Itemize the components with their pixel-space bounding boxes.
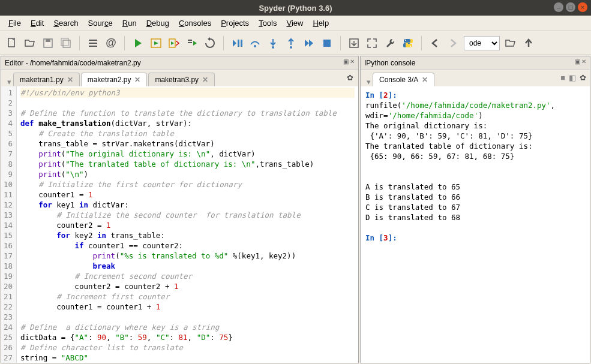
svg-rect-4 [63,40,70,47]
menu-projects[interactable]: Projects [217,17,253,29]
close-button[interactable]: × [578,2,587,12]
run-cell-icon[interactable] [149,36,163,50]
forward-icon[interactable] [446,36,460,50]
menu-debug[interactable]: Debug [143,17,173,29]
line-numbers: 1 2 3 4 5 6 7 8 9 10 11 12 13 14 15 16 1… [1,86,17,363]
run-selection-icon[interactable] [185,36,199,50]
tab-label: maketran3.py [155,76,199,84]
tab-list-icon[interactable]: ▾ [364,77,373,86]
tab-maketran1[interactable]: maketran1.py✕ [13,73,80,86]
pane-close-icon[interactable]: ✕ [581,58,586,65]
svg-point-22 [410,46,411,47]
python-icon[interactable] [401,36,415,50]
list-icon[interactable] [86,36,100,50]
window-title: Spyder (Python 3.6) [259,4,332,13]
wrench-icon[interactable] [383,36,397,50]
editor-title: Editor - /home/fahmida/code/maketran2.py [5,59,141,67]
minimize-button[interactable]: – [554,2,563,12]
run-cell-advance-icon[interactable] [167,36,181,50]
save-icon[interactable] [41,36,55,50]
tab-close-icon[interactable]: ✕ [422,76,428,84]
svg-rect-3 [61,38,68,46]
pane-undock-icon[interactable]: ▣ [575,58,580,65]
menu-search[interactable]: Search [50,17,82,29]
open-file-icon[interactable] [23,36,37,50]
console-tabbar: ▾ Console 3/A✕ ■ ◧ ✿ [361,70,590,86]
menu-tools[interactable]: Tools [255,17,280,29]
tab-list-icon[interactable]: ▾ [5,77,13,86]
console-title: IPython console [364,59,415,67]
step-out-icon[interactable] [284,36,298,50]
menu-view[interactable]: View [283,17,307,29]
menubar: FileEditSearchSourceRunDebugConsolesProj… [0,16,591,31]
step-into-icon[interactable] [266,36,280,50]
console-tab[interactable]: Console 3/A✕ [373,73,434,86]
pane-close-icon[interactable]: ✕ [350,58,355,65]
console-title-bar: IPython console ▣✕ [361,56,590,70]
svg-rect-13 [241,40,242,47]
run-icon[interactable] [131,36,145,50]
editor-options-icon[interactable]: ✿ [347,73,353,82]
tab-label: Console 3/A [379,76,418,84]
rerun-icon[interactable] [203,36,217,50]
save-all-icon[interactable] [59,36,73,50]
clear-icon[interactable]: ◧ [569,73,576,82]
tab-maketran2[interactable]: maketran2.py✕ [81,73,148,86]
menu-sour[interactable]: Source [85,17,116,29]
import-icon[interactable] [347,36,361,50]
editor-tabbar: ▾ maketran1.py✕ maketran2.py✕ maketran3.… [1,70,358,86]
interrupt-icon[interactable]: ■ [560,73,565,82]
svg-rect-19 [323,40,331,47]
menu-edit[interactable]: Edit [27,17,47,29]
titlebar: Spyder (Python 3.6) – □ × [0,0,591,16]
tab-close-icon[interactable]: ✕ [202,76,208,84]
continue-icon[interactable] [302,36,316,50]
debug-play-pause-icon[interactable] [230,36,244,50]
tab-close-icon[interactable]: ✕ [134,76,140,84]
working-dir-combo[interactable]: ode [464,36,500,50]
tab-maketran3[interactable]: maketran3.py✕ [148,73,215,86]
svg-point-16 [272,46,274,49]
tab-label: maketran2.py [88,76,131,84]
svg-point-21 [405,40,406,41]
menu-consoles[interactable]: Consoles [175,17,215,29]
editor-title-bar: Editor - /home/fahmida/code/maketran2.py… [1,56,358,70]
back-icon[interactable] [428,36,442,50]
tab-label: maketran1.py [20,76,64,84]
tab-close-icon[interactable]: ✕ [67,76,73,84]
console-options-icon[interactable]: ✿ [580,73,586,82]
menu-run[interactable]: Run [119,17,140,29]
svg-rect-2 [46,39,50,42]
code-area[interactable]: #!/usr/bin/env python3 # Define the func… [17,86,358,363]
maximize-button[interactable]: □ [566,2,575,12]
svg-point-14 [254,45,256,47]
console-body[interactable]: In [2]: runfile('/home/fahmida/code/make… [361,86,590,363]
menu-help[interactable]: Help [309,17,332,29]
editor-body[interactable]: 1 2 3 4 5 6 7 8 9 10 11 12 13 14 15 16 1… [1,86,358,363]
editor-pane: Editor - /home/fahmida/code/maketran2.py… [1,56,359,363]
new-file-icon[interactable] [5,36,19,50]
svg-point-18 [290,46,292,49]
parent-dir-icon[interactable] [521,36,536,50]
pane-undock-icon[interactable]: ▣ [343,58,349,65]
at-icon[interactable]: @ [104,36,118,50]
maximize-pane-icon[interactable] [365,36,379,50]
browse-folder-icon[interactable] [503,36,518,50]
console-pane: IPython console ▣✕ ▾ Console 3/A✕ ■ ◧ ✿ … [360,56,590,363]
stop-icon[interactable] [320,36,334,50]
toolbar: @ ode [0,31,591,55]
svg-rect-12 [238,40,239,47]
menu-file[interactable]: File [5,17,25,29]
step-over-icon[interactable] [248,36,262,50]
